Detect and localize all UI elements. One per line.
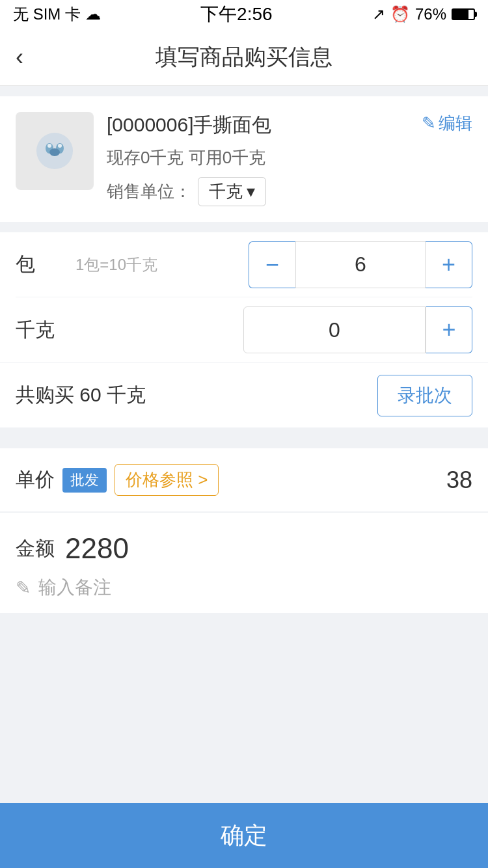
price-section: 单价 批发 价格参照 > 38 [0, 448, 488, 511]
section-divider-1 [0, 222, 488, 232]
battery-percent: 76% [415, 5, 446, 23]
batch-tag: 批发 [62, 468, 107, 493]
note-icon: ✎ [16, 577, 31, 599]
unit-value: 千克 [209, 180, 243, 203]
back-button[interactable]: ‹ [16, 44, 23, 71]
bag-plus-button[interactable]: + [426, 241, 472, 288]
status-right: ↗ ⏰ 76% [372, 5, 475, 23]
status-left: 无 SIM 卡 ☁ [13, 4, 101, 25]
amount-value: 2280 [65, 532, 129, 565]
bag-hint: 1包=10千克 [75, 254, 249, 275]
bag-input-row: 包 1包=10千克 − 6 + [16, 232, 472, 297]
confirm-button[interactable]: 确定 [0, 803, 488, 868]
total-text: 共购买 60 千克 [16, 382, 146, 409]
product-card: [0000006]手撕面包 现存0千克 可用0千克 销售单位： 千克 ▾ ✎ 编… [0, 96, 488, 222]
bottom-space [0, 613, 488, 808]
bag-minus-button[interactable]: − [249, 241, 295, 288]
product-name: [0000006]手撕面包 [107, 112, 409, 139]
total-row: 共购买 60 千克 录批次 [0, 362, 488, 427]
nav-bar: ‹ 填写商品购买信息 [0, 29, 488, 86]
batch-button[interactable]: 录批次 [377, 375, 472, 416]
note-row[interactable]: ✎ 输入备注 [16, 575, 472, 600]
battery-icon [452, 8, 475, 20]
chevron-down-icon: ▾ [247, 182, 255, 202]
product-info: [0000006]手撕面包 现存0千克 可用0千克 销售单位： 千克 ▾ [107, 112, 409, 206]
edit-label: 编辑 [439, 112, 472, 135]
svg-point-5 [58, 144, 62, 148]
section-divider-2 [0, 427, 488, 438]
total-amount-value: 60 [79, 384, 101, 405]
product-stock: 现存0千克 可用0千克 [107, 146, 409, 169]
price-label: 单价 [16, 467, 55, 493]
edit-button[interactable]: ✎ 编辑 [422, 112, 472, 135]
price-ref-button[interactable]: 价格参照 > [115, 464, 219, 496]
product-logo [35, 131, 74, 170]
kg-plus-button[interactable]: + [426, 306, 472, 353]
page-title: 填写商品购买信息 [156, 42, 332, 72]
svg-point-4 [47, 144, 51, 148]
bag-label: 包 [16, 251, 68, 278]
bag-controls: − 6 + [249, 241, 472, 288]
status-bar: 无 SIM 卡 ☁ 下午2:56 ↗ ⏰ 76% [0, 0, 488, 29]
note-placeholder: 输入备注 [38, 575, 111, 600]
total-prefix: 共购买 [16, 384, 79, 405]
input-section: 包 1包=10千克 − 6 + 千克 0 + [0, 232, 488, 362]
amount-section: 金额 2280 ✎ 输入备注 [0, 513, 488, 613]
price-value: 38 [446, 467, 472, 494]
sim-status: 无 SIM 卡 ☁ [13, 4, 101, 25]
kg-controls: 0 + [243, 306, 472, 353]
price-left: 单价 批发 价格参照 > [16, 464, 219, 496]
total-unit-value: 千克 [102, 384, 146, 405]
product-image [16, 112, 94, 190]
unit-label: 销售单位： [107, 180, 191, 203]
amount-label: 金额 [16, 536, 55, 562]
edit-icon: ✎ [422, 113, 436, 133]
status-time: 下午2:56 [200, 2, 273, 27]
bag-value[interactable]: 6 [295, 241, 426, 288]
kg-value[interactable]: 0 [243, 306, 426, 353]
unit-select[interactable]: 千克 ▾ [198, 177, 266, 206]
product-unit-row: 销售单位： 千克 ▾ [107, 177, 409, 206]
svg-point-3 [49, 148, 60, 156]
kg-input-row: 千克 0 + [16, 297, 472, 362]
amount-row: 金额 2280 [16, 532, 472, 565]
kg-label: 千克 [16, 317, 68, 344]
location-icon: ↗ [372, 5, 385, 23]
alarm-icon: ⏰ [390, 5, 410, 23]
